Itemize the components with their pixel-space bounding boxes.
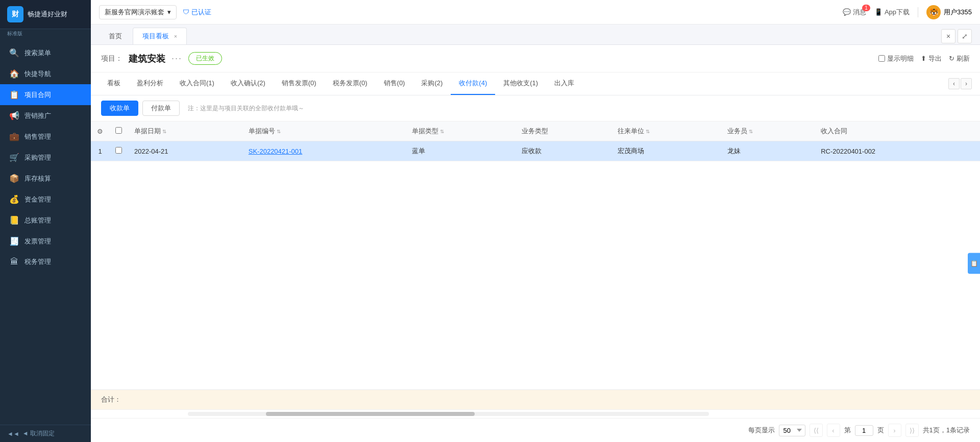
tabs-bar: 首页 项目看板 × × ⤢ bbox=[91, 24, 980, 45]
page-next-btn[interactable]: › bbox=[888, 424, 901, 437]
user-label: 用户3355 bbox=[944, 8, 972, 17]
sub-tab-purchase[interactable]: 采购(2) bbox=[413, 72, 451, 95]
sub-tab-income-contract[interactable]: 收入合同(1) bbox=[172, 72, 223, 95]
page-last-btn[interactable]: ⟩⟩ bbox=[905, 424, 919, 437]
nav-icon: 📋 bbox=[9, 90, 19, 100]
export-icon: ⬆ bbox=[921, 55, 926, 62]
sort-salesman-icon: ⇅ bbox=[749, 129, 753, 134]
receipt-tab-payment[interactable]: 付款单 bbox=[142, 101, 180, 116]
sidebar-item-资金管理[interactable]: 💰资金管理 bbox=[0, 189, 91, 210]
sidebar-nav: 🔍搜索菜单🏠快捷导航📋项目合同📢营销推广💼销售管理🛒采购管理📦库存核算💰资金管理… bbox=[0, 40, 91, 425]
cancel-fixed-icon: ◄◄ bbox=[7, 430, 19, 437]
side-widget-btn[interactable]: 📋 bbox=[968, 253, 980, 274]
sidebar-item-销售管理[interactable]: 💼销售管理 bbox=[0, 126, 91, 147]
show-detail-input[interactable] bbox=[878, 55, 885, 62]
sub-tab-kanban[interactable]: 看板 bbox=[99, 72, 129, 95]
sidebar-item-营销推广[interactable]: 📢营销推广 bbox=[0, 105, 91, 126]
sub-tab-payment[interactable]: 收付款(4) bbox=[451, 72, 495, 95]
sidebar-item-搜索菜单[interactable]: 🔍搜索菜单 bbox=[0, 42, 91, 63]
row-type: 蓝单 bbox=[406, 141, 516, 161]
sub-tab-sales[interactable]: 销售(0) bbox=[376, 72, 413, 95]
app-download-btn[interactable]: 📱 App下载 bbox=[874, 8, 910, 17]
workspace-selector[interactable]: 新服务官网演示账套 ▾ bbox=[99, 5, 177, 19]
sub-tabs-prev-btn[interactable]: ‹ bbox=[948, 78, 960, 89]
tab-close-icon[interactable]: × bbox=[174, 33, 177, 39]
refresh-btn[interactable]: ↻ 刷新 bbox=[949, 54, 970, 63]
sub-tab-other[interactable]: 其他收支(1) bbox=[495, 72, 546, 95]
settings-icon[interactable]: ⚙ bbox=[97, 128, 103, 135]
user-area[interactable]: 🐯 用户3355 bbox=[926, 5, 972, 19]
scrollbar-row bbox=[91, 409, 980, 418]
sub-tab-warehouse[interactable]: 出入库 bbox=[546, 72, 582, 95]
nav-icon: 💰 bbox=[9, 194, 19, 204]
show-detail-label: 显示明细 bbox=[887, 54, 914, 63]
export-btn[interactable]: ⬆ 导出 bbox=[921, 54, 942, 63]
tab-project-board[interactable]: 项目看板 × bbox=[133, 28, 187, 44]
header: 新服务官网演示账套 ▾ 🛡 已认证 💬 消息 1 📱 App下载 🐯 用户335… bbox=[91, 0, 980, 24]
th-type[interactable]: 单据类型⇅ bbox=[406, 121, 516, 141]
sort-type-icon: ⇅ bbox=[440, 129, 444, 134]
per-page-select[interactable]: 50 20 100 bbox=[779, 425, 805, 436]
th-partner[interactable]: 往来单位⇅ bbox=[611, 121, 721, 141]
nav-label: 税务管理 bbox=[24, 257, 51, 266]
sidebar-item-快捷导航[interactable]: 🏠快捷导航 bbox=[0, 63, 91, 84]
receipt-tab-receipt[interactable]: 收款单 bbox=[101, 101, 138, 116]
page-unit-label: 页 bbox=[877, 426, 884, 435]
row-salesman: 龙妹 bbox=[721, 141, 815, 161]
show-detail-checkbox[interactable]: 显示明细 bbox=[878, 54, 914, 63]
page-number-input[interactable] bbox=[855, 425, 873, 436]
nav-label: 采购管理 bbox=[24, 153, 51, 162]
page-first-btn[interactable]: ⟨⟨ bbox=[810, 424, 823, 437]
sidebar-item-库存核算[interactable]: 📦库存核算 bbox=[0, 168, 91, 189]
sub-tabs-arrows: ‹ › bbox=[948, 78, 972, 89]
nav-label: 库存核算 bbox=[24, 174, 51, 183]
nav-icon: 🛒 bbox=[9, 153, 19, 162]
th-salesman[interactable]: 业务员⇅ bbox=[721, 121, 815, 141]
table-container: ⚙ 单据日期⇅ 单据编号⇅ 单据类型⇅ bbox=[91, 121, 980, 389]
row-biz-type: 应收款 bbox=[516, 141, 611, 161]
sidebar-item-发票管理[interactable]: 🧾发票管理 bbox=[0, 231, 91, 252]
project-name: 建筑安装 bbox=[129, 53, 165, 65]
page-total-label: 共1页，1条记录 bbox=[923, 426, 970, 435]
cancel-fixed-label: ◄ 取消固定 bbox=[22, 429, 55, 438]
th-settings: ⚙ bbox=[91, 121, 109, 141]
cancel-fixed-btn[interactable]: ◄◄ ◄ 取消固定 bbox=[0, 425, 91, 442]
tab-close-window-btn[interactable]: × bbox=[941, 29, 955, 43]
total-label: 合计： bbox=[101, 396, 121, 403]
nav-icon: 📦 bbox=[9, 174, 19, 183]
nav-label: 营销推广 bbox=[24, 111, 51, 120]
project-more-btn[interactable]: ··· bbox=[172, 53, 182, 64]
sort-number-icon: ⇅ bbox=[277, 129, 281, 134]
sub-tabs-next-btn[interactable]: › bbox=[961, 78, 972, 89]
sub-tab-sales-invoice[interactable]: 销售发票(0) bbox=[274, 72, 325, 95]
tab-expand-btn[interactable]: ⤢ bbox=[958, 29, 972, 43]
message-btn[interactable]: 💬 消息 1 bbox=[843, 8, 866, 17]
th-biz-type: 业务类型 bbox=[516, 121, 611, 141]
th-number[interactable]: 单据编号⇅ bbox=[242, 121, 406, 141]
sidebar-item-项目合同[interactable]: 📋项目合同 bbox=[0, 84, 91, 105]
sidebar-item-税务管理[interactable]: 🏛税务管理 bbox=[0, 252, 91, 272]
row-contract: RC-20220401-002 bbox=[815, 141, 980, 161]
th-date[interactable]: 单据日期⇅ bbox=[128, 121, 242, 141]
sub-tab-tax-invoice[interactable]: 税务发票(0) bbox=[325, 72, 376, 95]
project-header-actions: 显示明细 ⬆ 导出 ↻ 刷新 bbox=[878, 54, 970, 63]
project-label: 项目： bbox=[101, 54, 122, 63]
main-area: 新服务官网演示账套 ▾ 🛡 已认证 💬 消息 1 📱 App下载 🐯 用户335… bbox=[91, 0, 980, 442]
refresh-icon: ↻ bbox=[949, 55, 954, 62]
page-prev-btn[interactable]: ‹ bbox=[827, 424, 840, 437]
row-checkbox[interactable] bbox=[115, 147, 122, 154]
content-area: 项目： 建筑安装 ··· 已生效 显示明细 ⬆ 导出 ↻ 刷新 bbox=[91, 45, 980, 442]
header-actions: 💬 消息 1 📱 App下载 🐯 用户3355 bbox=[843, 5, 972, 19]
sub-tab-income-confirm[interactable]: 收入确认(2) bbox=[223, 72, 274, 95]
sidebar-item-总账管理[interactable]: 📒总账管理 bbox=[0, 210, 91, 231]
sidebar-item-采购管理[interactable]: 🛒采购管理 bbox=[0, 147, 91, 168]
sub-tab-profit[interactable]: 盈利分析 bbox=[129, 72, 172, 95]
tab-home[interactable]: 首页 bbox=[99, 28, 132, 44]
fake-scrollbar[interactable] bbox=[188, 412, 709, 416]
logo-text-area: 畅捷通好业财 bbox=[28, 10, 67, 19]
nav-icon: 🧾 bbox=[9, 236, 19, 246]
row-number-link[interactable]: SK-20220421-001 bbox=[249, 148, 303, 155]
nav-label: 资金管理 bbox=[24, 195, 51, 204]
row-number[interactable]: SK-20220421-001 bbox=[242, 141, 406, 161]
select-all-checkbox[interactable] bbox=[115, 127, 122, 134]
